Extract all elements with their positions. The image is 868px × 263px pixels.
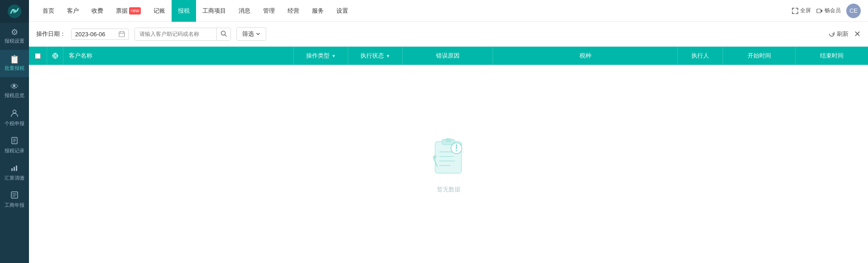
date-picker[interactable] — [71, 29, 129, 40]
sort-icon: ▼ — [331, 54, 336, 58]
table-wrap: 客户名称 操作类型 ▼ 执行状态 ▼ 错误原因 税种 执行人 — [29, 47, 868, 263]
nav-jizhang[interactable]: 记账 — [147, 0, 172, 22]
col-settings-icon — [52, 53, 58, 59]
record-icon — [10, 136, 19, 146]
search-wrap — [134, 28, 231, 41]
search-button[interactable] — [216, 28, 230, 40]
sidebar-item-label: 汇算清缴 — [5, 175, 24, 181]
th-optype[interactable]: 操作类型 ▼ — [294, 47, 348, 65]
date-label: 操作日期： — [36, 30, 66, 38]
fullscreen-icon — [792, 8, 798, 14]
empty-illustration — [428, 135, 469, 180]
th-tax: 税种 — [493, 47, 678, 65]
th-checkbox[interactable] — [29, 47, 47, 65]
refresh-icon — [829, 31, 835, 37]
topnav-right: 全屏 畅会员 CE — [792, 4, 861, 18]
nav-piaoju[interactable]: 票据 new — [110, 0, 147, 22]
sidebar-logo — [0, 0, 29, 23]
topnav: 首页 客户 收费 票据 new 记账 报税 工商项目 消息 管理 经营 服务 设… — [29, 0, 868, 22]
th-starttime: 开始时间 — [723, 47, 796, 65]
fullscreen-button[interactable]: 全屏 — [792, 7, 811, 15]
settings-icon: ⚙ — [11, 28, 18, 36]
refresh-button[interactable]: 刷新 — [829, 30, 849, 38]
svg-point-32 — [456, 150, 457, 151]
avatar[interactable]: CE — [846, 4, 861, 18]
sidebar-item-geshuishenbao[interactable]: 个税申报 — [0, 104, 29, 132]
svg-point-19 — [53, 54, 58, 58]
search-icon — [221, 30, 227, 37]
close-button[interactable]: ✕ — [854, 30, 861, 38]
nav-shoufei[interactable]: 收费 — [85, 0, 110, 22]
sort-icon: ▼ — [386, 54, 390, 58]
sidebar-item-label: 报税记录 — [5, 148, 24, 154]
filter-label: 筛选 — [242, 30, 254, 38]
th-settings[interactable] — [47, 47, 63, 65]
svg-rect-11 — [817, 9, 821, 13]
annual-report-icon — [10, 191, 19, 200]
nav-kehu[interactable]: 客户 — [61, 0, 85, 22]
th-error: 错误原因 — [403, 47, 493, 65]
th-client: 客户名称 — [63, 47, 294, 65]
refresh-label: 刷新 — [837, 30, 849, 38]
svg-rect-8 — [14, 167, 15, 171]
nav-fuwu[interactable]: 服务 — [306, 0, 330, 22]
nav-baoshui[interactable]: 报税 — [172, 0, 196, 22]
svg-point-36 — [463, 151, 464, 152]
th-executor: 执行人 — [678, 47, 723, 65]
member-button[interactable]: 畅会员 — [816, 7, 841, 15]
nav-shezhi[interactable]: 设置 — [330, 0, 355, 22]
main-area: 首页 客户 收费 票据 new 记账 报税 工商项目 消息 管理 经营 服务 设… — [29, 0, 868, 263]
sidebar-item-label: 个税申报 — [5, 121, 24, 127]
select-all-checkbox[interactable] — [35, 53, 41, 59]
sidebar-item-baoshui-zongjian[interactable]: 👁 报税总览 — [0, 77, 29, 104]
svg-point-18 — [54, 55, 56, 57]
date-input[interactable] — [75, 31, 116, 38]
th-status[interactable]: 执行状态 ▼ — [348, 47, 403, 65]
sidebar-item-piliang-baoshui[interactable]: 📋 批量报税 — [0, 50, 29, 77]
new-badge: new — [129, 7, 141, 15]
sidebar-item-label: 报税总览 — [5, 93, 24, 98]
th-endtime: 结束时间 — [796, 47, 868, 65]
sidebar-item-label: 批量报税 — [5, 65, 24, 71]
svg-rect-9 — [16, 166, 17, 171]
svg-point-1 — [13, 10, 16, 13]
overview-icon: 👁 — [10, 83, 19, 91]
toolbar: 操作日期： 筛选 — [29, 22, 868, 47]
person-tax-icon — [10, 109, 19, 119]
svg-rect-7 — [11, 168, 13, 171]
svg-point-35 — [460, 143, 462, 145]
empty-text: 暂无数据 — [437, 185, 460, 194]
filter-button[interactable]: 筛选 — [236, 27, 266, 41]
svg-point-2 — [13, 110, 16, 113]
sidebar-item-huisuan-jiaona[interactable]: 汇算清缴 — [0, 159, 29, 186]
calendar-icon — [119, 31, 125, 37]
toolbar-right: 刷新 ✕ — [829, 30, 861, 38]
nav-home[interactable]: 首页 — [36, 0, 61, 22]
svg-rect-12 — [119, 32, 125, 37]
nav-gongshang-xiangmu[interactable]: 工商项目 — [196, 0, 232, 22]
table-header: 客户名称 操作类型 ▼ 执行状态 ▼ 错误原因 税种 执行人 — [29, 47, 868, 65]
nav-jingying[interactable]: 经营 — [281, 0, 306, 22]
content: 操作日期： 筛选 — [29, 22, 868, 263]
sidebar-item-baoshui-jilu[interactable]: 报税记录 — [0, 132, 29, 159]
nav-xiaoxi[interactable]: 消息 — [232, 0, 257, 22]
chevron-down-icon — [256, 32, 260, 36]
nav-guanli[interactable]: 管理 — [257, 0, 281, 22]
settlement-icon — [10, 164, 19, 173]
nav-items: 首页 客户 收费 票据 new 记账 报税 工商项目 消息 管理 经营 服务 设… — [36, 0, 792, 22]
svg-rect-26 — [446, 138, 451, 142]
empty-state: 暂无数据 — [29, 65, 868, 263]
svg-line-17 — [225, 34, 227, 36]
sidebar: ⚙ 报税设置 📋 批量报税 👁 报税总览 个税申报 报税记录 — [0, 0, 29, 263]
batch-tax-icon: 📋 — [10, 55, 19, 63]
sidebar-item-baoshui-shezhi[interactable]: ⚙ 报税设置 — [0, 23, 29, 50]
sidebar-item-label: 报税设置 — [5, 38, 24, 44]
sidebar-item-gongshang-nianbao[interactable]: 工商年报 — [0, 186, 29, 213]
search-input[interactable] — [135, 29, 216, 39]
sidebar-item-label: 工商年报 — [5, 202, 24, 208]
video-icon — [816, 8, 823, 14]
